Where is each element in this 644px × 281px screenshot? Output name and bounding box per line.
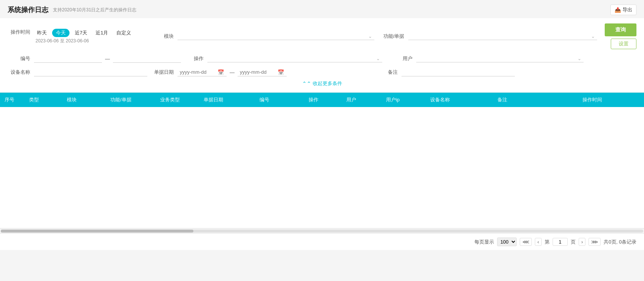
user-select[interactable]: ⌄ xyxy=(416,55,584,62)
time-btn-custom[interactable]: 自定义 xyxy=(113,29,134,37)
title-area: 系统操作日志 支持2020年10月31日之后产生的操作日志 xyxy=(8,5,136,14)
col-user: 用户 xyxy=(332,93,370,107)
col-device: 设备名称 xyxy=(415,93,465,107)
col-op-time: 操作时间 xyxy=(540,93,644,107)
time-label: 操作时间 xyxy=(8,29,34,36)
doc-date-label: 单据日期 xyxy=(151,69,178,76)
scrollbar-thumb[interactable] xyxy=(1,230,193,233)
function-chevron-icon: ⌄ xyxy=(591,34,595,39)
page-subtitle: 支持2020年10月31日之后产生的操作日志 xyxy=(53,7,136,13)
time-btn-7days[interactable]: 近7天 xyxy=(72,29,90,37)
doc-date-from-input[interactable] xyxy=(180,69,218,75)
number-input-from[interactable] xyxy=(34,54,102,63)
calendar-to-icon[interactable]: 📅 xyxy=(278,69,284,75)
col-user-ip: 用户ip xyxy=(370,93,415,107)
operation-chevron-icon: ⌄ xyxy=(376,56,380,61)
number-dash: — xyxy=(102,56,113,62)
table-area: 序号 类型 模块 功能/单据 业务类型 单据日期 编号 操作 用户 用户ip 设… xyxy=(0,93,644,228)
filter-area: 操作时间 昨天 今天 近7天 近1月 自定义 2023-06-06 至 2023… xyxy=(0,18,644,93)
user-chevron-icon: ⌄ xyxy=(578,56,581,61)
col-remark: 备注 xyxy=(465,93,540,107)
collapse-bar[interactable]: ⌃⌃ 收起更多条件 xyxy=(8,78,636,88)
first-page-button[interactable]: ⋘ xyxy=(520,238,532,246)
device-label: 设备名称 xyxy=(8,69,34,76)
table-header: 序号 类型 模块 功能/单据 业务类型 单据日期 编号 操作 用户 用户ip 设… xyxy=(0,93,644,107)
per-page-label: 每页显示 xyxy=(474,239,494,245)
date-dash: — xyxy=(227,70,238,75)
export-button[interactable]: 📤 导出 xyxy=(610,5,636,15)
query-button[interactable]: 查询 xyxy=(605,23,636,36)
user-label: 用户 xyxy=(382,55,416,62)
prev-page-button[interactable]: ‹ xyxy=(535,238,542,246)
filter-row-2: 编号 — 操作 ⌄ 用户 ⌄ xyxy=(8,54,636,63)
action-buttons: 查询 设置 xyxy=(605,23,636,49)
pagination-bar: 每页显示 100 50 200 ⋘ ‹ 第 页 › ⋙ 共0页, 0条记录 xyxy=(0,233,644,250)
time-buttons: 昨天 今天 近7天 近1月 自定义 xyxy=(34,29,134,37)
per-page-select[interactable]: 100 50 200 xyxy=(497,238,517,246)
date-range-display: 2023-06-06 至 2023-06-06 xyxy=(36,38,134,44)
number-input-to[interactable] xyxy=(113,54,181,63)
table-header-row: 序号 类型 模块 功能/单据 业务类型 单据日期 编号 操作 用户 用户ip 设… xyxy=(0,93,644,107)
col-module: 模块 xyxy=(49,93,94,107)
next-page-button[interactable]: › xyxy=(579,238,585,246)
device-input[interactable] xyxy=(34,68,147,76)
calendar-from-icon[interactable]: 📅 xyxy=(218,69,224,75)
col-operation: 操作 xyxy=(295,93,332,107)
col-seq: 序号 xyxy=(0,93,19,107)
col-type: 类型 xyxy=(19,93,49,107)
time-btn-yesterday[interactable]: 昨天 xyxy=(34,29,50,37)
function-select[interactable]: ⌄ xyxy=(408,33,598,40)
page-number-input[interactable] xyxy=(553,238,568,246)
col-doc-date: 单据日期 xyxy=(193,93,234,107)
module-select[interactable]: ⌄ xyxy=(178,33,374,40)
collapse-label: 收起更多条件 xyxy=(313,80,342,87)
scrollbar-track xyxy=(1,230,643,233)
doc-date-to-input[interactable] xyxy=(240,69,278,75)
col-biz-type: 业务类型 xyxy=(147,93,193,107)
col-number: 编号 xyxy=(234,93,295,107)
time-btn-1month[interactable]: 近1月 xyxy=(93,29,111,37)
table-empty-area xyxy=(0,107,644,228)
export-icon: 📤 xyxy=(615,7,621,13)
last-page-button[interactable]: ⋙ xyxy=(588,238,601,246)
collapse-chevron-icon: ⌃⌃ xyxy=(302,81,311,87)
horizontal-scrollbar[interactable] xyxy=(0,228,644,233)
module-chevron-icon: ⌄ xyxy=(368,34,372,39)
data-table: 序号 类型 模块 功能/单据 业务类型 单据日期 编号 操作 用户 用户ip 设… xyxy=(0,93,644,107)
operation-label: 操作 xyxy=(181,55,207,62)
page-header: 系统操作日志 支持2020年10月31日之后产生的操作日志 📤 导出 xyxy=(0,0,644,18)
filter-row-1: 操作时间 昨天 今天 近7天 近1月 自定义 2023-06-06 至 2023… xyxy=(8,23,636,49)
total-label: 共0页, 0条记录 xyxy=(604,239,636,245)
function-label: 功能/单据 xyxy=(374,33,408,40)
page-unit-label: 页 xyxy=(571,239,576,245)
number-label: 编号 xyxy=(8,55,34,62)
col-function: 功能/单据 xyxy=(94,93,147,107)
page-title: 系统操作日志 xyxy=(8,5,48,14)
remark-label: 备注 xyxy=(368,69,402,76)
module-label: 模块 xyxy=(151,33,178,40)
settings-button[interactable]: 设置 xyxy=(611,39,636,49)
filter-row-3: 设备名称 单据日期 📅 — 📅 备注 xyxy=(8,68,636,76)
operation-select[interactable]: ⌄ xyxy=(207,55,382,62)
page-label: 第 xyxy=(545,239,550,245)
time-btn-today[interactable]: 今天 xyxy=(52,29,69,37)
doc-date-from-wrapper: 📅 xyxy=(178,68,227,76)
remark-input[interactable] xyxy=(402,68,515,76)
doc-date-to-wrapper: 📅 xyxy=(238,68,287,76)
export-label: 导出 xyxy=(622,6,632,13)
